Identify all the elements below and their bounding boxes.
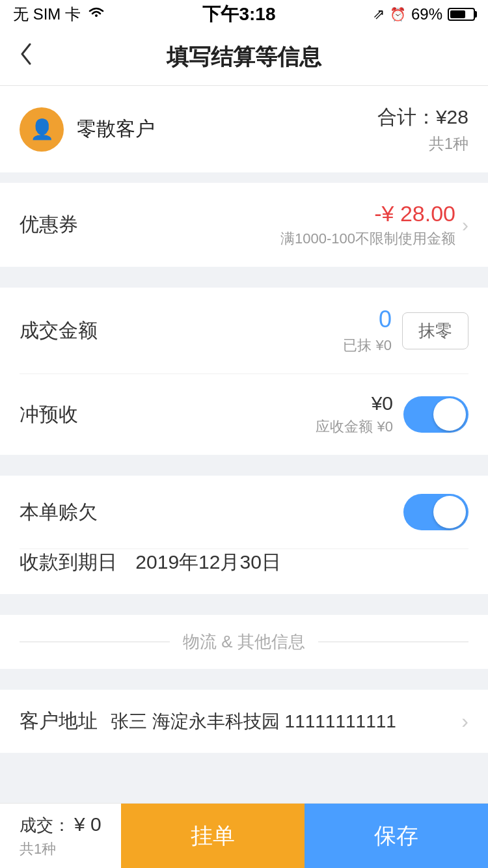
- customer-count: 共1种: [377, 133, 468, 154]
- round-button[interactable]: 抹零: [402, 312, 468, 349]
- deal-label: 成交：: [20, 814, 70, 837]
- bottom-info: 成交： ¥ 0 共1种: [0, 813, 121, 859]
- debt-toggle[interactable]: [403, 494, 468, 530]
- customer-total: 合计：¥28: [377, 104, 468, 131]
- customer-row: 👤 零散客户 合计：¥28 共1种: [0, 86, 488, 172]
- coupon-amount: -¥ 28.00: [280, 201, 455, 226]
- status-right: ⇗ ⏰ 69%: [373, 5, 475, 23]
- status-bar: 无 SIM 卡 下午3:18 ⇗ ⏰ 69%: [0, 0, 488, 29]
- address-label: 客户地址: [20, 708, 98, 735]
- page-title: 填写结算等信息: [167, 42, 321, 72]
- section-gap-2: [0, 465, 488, 476]
- battery-icon: [448, 8, 475, 21]
- amount-value[interactable]: 0: [379, 306, 392, 333]
- customer-name: 零散客户: [77, 116, 155, 142]
- battery-percentage: 69%: [411, 5, 442, 23]
- nav-bar: 填写结算等信息: [0, 29, 488, 86]
- back-button[interactable]: [20, 43, 33, 71]
- bottom-count: 共1种: [20, 839, 102, 859]
- debt-label: 本单赊欠: [20, 499, 98, 526]
- section-gap-1: [0, 277, 488, 288]
- carrier-text: 无 SIM 卡: [13, 4, 81, 25]
- toggle-thumb: [433, 398, 466, 431]
- prepay-label: 冲预收: [20, 401, 78, 428]
- coupon-section: 优惠券 -¥ 28.00 满1000-100不限制使用金额 ›: [0, 183, 488, 267]
- debt-row: 本单赊欠: [0, 476, 488, 549]
- chevron-right-icon: ›: [462, 214, 468, 236]
- logistics-section: 物流 & 其他信息: [0, 615, 488, 669]
- save-button[interactable]: 保存: [305, 804, 488, 868]
- coupon-label: 优惠券: [20, 211, 78, 238]
- address-chevron-icon: ›: [461, 709, 468, 733]
- coupon-row[interactable]: 优惠券 -¥ 28.00 满1000-100不限制使用金额 ›: [0, 183, 488, 267]
- alarm-icon: ⏰: [390, 7, 406, 22]
- coupon-desc: 满1000-100不限制使用金额: [280, 229, 455, 249]
- due-date-value: 2019年12月30日: [135, 551, 280, 573]
- amount-label: 成交金额: [20, 318, 98, 344]
- location-icon: ⇗: [373, 6, 385, 23]
- hold-button[interactable]: 挂单: [121, 804, 305, 868]
- avatar-icon: 👤: [30, 118, 54, 141]
- due-date-row: 收款到期日 2019年12月30日: [0, 549, 488, 594]
- prepay-receivable: 应收金额 ¥0: [316, 417, 393, 437]
- prepay-toggle[interactable]: [403, 396, 468, 433]
- address-row[interactable]: 客户地址 张三 海淀永丰科技园 11111111111 ›: [0, 690, 488, 753]
- rounded-text: 已抹 ¥0: [343, 336, 392, 355]
- deal-amount: ¥ 0: [74, 813, 102, 835]
- customer-section: 👤 零散客户 合计：¥28 共1种: [0, 86, 488, 172]
- debt-section: 本单赊欠 收款到期日 2019年12月30日: [0, 476, 488, 594]
- status-left: 无 SIM 卡: [13, 4, 105, 25]
- section-gap-4: [0, 679, 488, 690]
- address-value: 张三 海淀永丰科技园 11111111111: [111, 709, 461, 734]
- logistics-title: 物流 & 其他信息: [170, 631, 318, 653]
- wifi-icon: [87, 5, 105, 23]
- debt-toggle-thumb: [433, 496, 466, 528]
- address-section: 客户地址 张三 海淀永丰科技园 11111111111 ›: [0, 690, 488, 753]
- bottom-buttons: 挂单 保存: [121, 804, 488, 868]
- status-time: 下午3:18: [202, 2, 275, 27]
- prepay-amount: ¥0: [372, 392, 393, 414]
- transaction-section: 成交金额 0 已抹 ¥0 抹零 冲预收 ¥0 应收金额 ¥0: [0, 288, 488, 455]
- prepay-row: 冲预收 ¥0 应收金额 ¥0: [20, 374, 468, 455]
- transaction-amount-row: 成交金额 0 已抹 ¥0 抹零: [20, 288, 468, 374]
- avatar: 👤: [20, 107, 64, 152]
- section-gap-3: [0, 604, 488, 615]
- due-date-label: 收款到期日: [20, 551, 117, 573]
- logistics-header: 物流 & 其他信息: [0, 615, 488, 669]
- bottom-bar: 成交： ¥ 0 共1种 挂单 保存: [0, 803, 488, 868]
